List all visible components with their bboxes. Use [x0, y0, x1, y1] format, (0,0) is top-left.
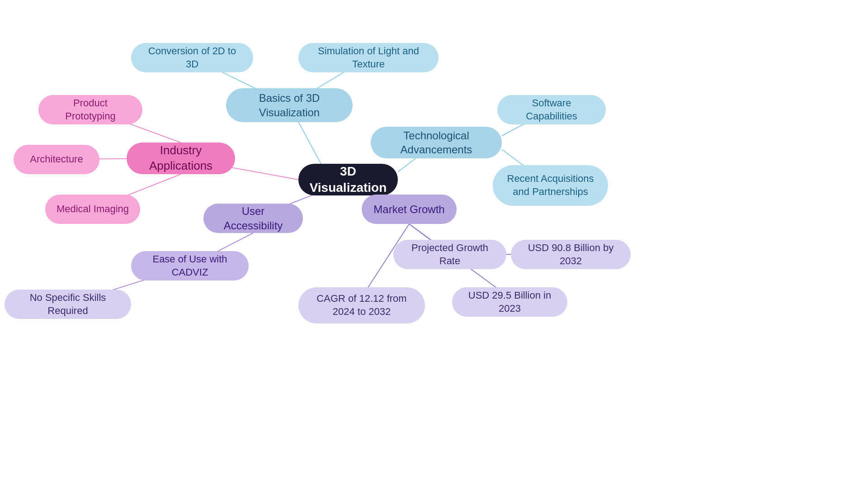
conversion-label: Conversion of 2D to 3D	[142, 45, 242, 71]
center-label: 3D Visualization	[309, 163, 387, 196]
software-capabilities-node: Software Capabilities	[497, 95, 606, 124]
industry-apps-label: Industry Applications	[137, 143, 224, 174]
usd-908-node: USD 90.8 Billion by 2032	[511, 240, 631, 269]
simulation-node: Simulation of Light and Texture	[298, 43, 439, 72]
architecture-node: Architecture	[14, 145, 99, 174]
basics-node: Basics of 3D Visualization	[226, 88, 353, 122]
conversion-node: Conversion of 2D to 3D	[131, 43, 253, 72]
cagr-label: CAGR of 12.12 from 2024 to 2032	[309, 292, 414, 318]
usd-295-label: USD 29.5 Billion in 2023	[463, 289, 557, 315]
architecture-label: Architecture	[30, 153, 83, 166]
medical-imaging-label: Medical Imaging	[57, 203, 129, 216]
simulation-label: Simulation of Light and Texture	[309, 45, 428, 71]
industry-apps-node: Industry Applications	[127, 143, 235, 174]
center-node: 3D Visualization	[298, 164, 398, 195]
market-growth-node: Market Growth	[362, 195, 457, 224]
usd-295-node: USD 29.5 Billion in 2023	[452, 287, 567, 317]
market-growth-label: Market Growth	[373, 202, 444, 216]
no-skills-label: No Specific Skills Required	[15, 291, 120, 317]
ease-of-use-node: Ease of Use with CADVIZ	[131, 251, 249, 281]
usd-908-label: USD 90.8 Billion by 2032	[522, 242, 620, 267]
cagr-node: CAGR of 12.12 from 2024 to 2032	[298, 287, 425, 323]
user-accessibility-label: User Accessibility	[214, 204, 292, 232]
recent-acquisitions-label: Recent Acquisitions and Partnerships	[504, 172, 597, 198]
user-accessibility-node: User Accessibility	[203, 204, 303, 233]
projected-growth-rate-node: Projected Growth Rate	[393, 240, 506, 269]
ease-of-use-label: Ease of Use with CADVIZ	[142, 253, 238, 279]
medical-imaging-node: Medical Imaging	[45, 195, 140, 224]
product-prototyping-label: Product Prototyping	[49, 97, 132, 123]
product-prototyping-node: Product Prototyping	[38, 95, 142, 124]
software-capabilities-label: Software Capabilities	[508, 97, 595, 123]
basics-label: Basics of 3D Visualization	[237, 91, 342, 119]
tech-advancements-label: Technological Advancements	[382, 128, 491, 157]
no-skills-node: No Specific Skills Required	[5, 290, 131, 319]
recent-acquisitions-node: Recent Acquisitions and Partnerships	[493, 165, 608, 206]
tech-advancements-node: Technological Advancements	[371, 127, 502, 158]
projected-growth-rate-label: Projected Growth Rate	[404, 242, 495, 267]
